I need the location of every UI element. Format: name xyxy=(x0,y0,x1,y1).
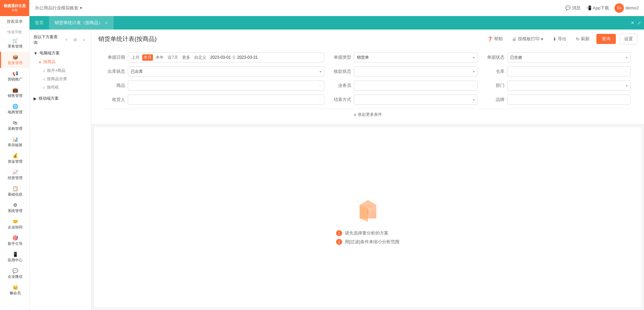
marketing-icon: 📢 xyxy=(12,71,18,76)
sidebar-item-corp[interactable]: 🤝 企业协同 xyxy=(0,216,29,232)
payment-field: 结算方式 ▾ xyxy=(331,95,477,105)
tab-report-close-icon[interactable]: ✕ xyxy=(105,21,108,25)
user-name-label: demo2 xyxy=(625,5,639,10)
export-button[interactable]: ⬇ 导出 xyxy=(550,35,569,43)
svg-text:!: ! xyxy=(367,209,369,215)
message-button[interactable]: 💬 消息 xyxy=(565,5,581,11)
message-icon: 💬 xyxy=(565,5,571,10)
status-control[interactable]: 已生效 ▾ xyxy=(507,52,631,62)
scheme-by-product[interactable]: ● 按商品 xyxy=(30,57,91,66)
date-label: 单据日期 xyxy=(105,54,125,60)
page-title-row: 销货单统计表(按商品) ❓ 帮助 🖨 按模板打印 ▾ ⬇ xyxy=(98,34,637,44)
sidebar-item-member[interactable]: 👑 畅会员 xyxy=(0,282,29,298)
date-to-value: 2023-03-31 xyxy=(237,55,258,60)
date-separator: 至 xyxy=(232,55,236,60)
mobile-scheme-header[interactable]: ▶ 移动端方案 xyxy=(30,94,91,103)
print-arrow-icon: ▾ xyxy=(541,37,543,42)
settings-scheme-button[interactable]: ⚙ xyxy=(72,37,78,43)
date-tab-7days[interactable]: 近7天 xyxy=(166,54,179,61)
desktop-scheme-arrow-icon: ▼ xyxy=(34,51,38,56)
product-control[interactable]: ··· xyxy=(128,81,324,91)
tab-close-button[interactable]: ✕ xyxy=(631,20,635,25)
sidebar-item-appstore[interactable]: 📱 应用中心 xyxy=(0,249,29,265)
search-menu-label[interactable]: 搜索菜单 xyxy=(2,19,27,24)
out-status-label: 出库状态 xyxy=(105,68,125,74)
dept-control[interactable]: ▾ xyxy=(507,81,631,91)
svg-point-4 xyxy=(357,201,359,202)
tab-report[interactable]: 销货单统计表（按商品） ✕ xyxy=(49,16,113,30)
date-field: 单据日期 上月 本月 本年 近7天 更多 自定义 20 xyxy=(105,52,324,62)
payment-label: 结算方式 xyxy=(331,97,351,103)
date-range-control[interactable]: 上月 本月 本年 近7天 更多 自定义 2023-03-01 至 2023-03… xyxy=(128,52,324,62)
date-tab-custom[interactable]: 自定义 xyxy=(193,54,208,61)
warehouse-dots-icon: ··· xyxy=(625,70,628,73)
user-profile[interactable]: Ea demo2 xyxy=(614,3,639,13)
sidebar-item-weixin[interactable]: 💬 企业微信 xyxy=(0,265,29,282)
industry-select[interactable]: 办公用品行业模拟账套 ▾ xyxy=(35,5,82,11)
date-tab-lastmonth[interactable]: 上月 xyxy=(130,54,141,61)
out-status-control[interactable]: 已出库 ▾ xyxy=(128,66,324,76)
empty-tip-1: 1 请先选择要分析的方案 xyxy=(336,230,399,236)
print-button[interactable]: 🖨 按模板打印 ▾ xyxy=(509,35,546,43)
sidebar-item-wholesale[interactable]: 📦 批发管理 xyxy=(0,52,29,68)
page-actions: ❓ 帮助 🖨 按模板打印 ▾ ⬇ 导出 ↻ xyxy=(485,34,637,44)
scheme-by-month-product[interactable]: ≡ 按月+商品 xyxy=(30,66,91,75)
recv-status-control[interactable]: ▾ xyxy=(354,66,477,76)
mobile-scheme-arrow-icon: ▶ xyxy=(34,96,37,101)
brand-field: 品牌 ··· xyxy=(484,95,631,105)
tab-expand-button[interactable]: ⤢ xyxy=(637,20,641,25)
date-tab-more[interactable]: 更多 xyxy=(181,54,192,61)
message-label: 消息 xyxy=(572,5,581,11)
sidebar-item-system[interactable]: ⚙ 系统管理 xyxy=(0,200,29,216)
collapse-chevron-icon: ∧ xyxy=(354,112,357,117)
sidebar-item-operation[interactable]: 📈 经营管理 xyxy=(0,167,29,183)
avatar: Ea xyxy=(614,3,624,13)
out-status-arrow-icon: ▾ xyxy=(320,70,321,73)
scheme-by-driver[interactable]: ≡ 按司机 xyxy=(30,83,91,92)
sidebar-item-purchase[interactable]: 🛍 采购管理 xyxy=(0,117,29,134)
tab-home[interactable]: 首页 xyxy=(30,16,49,30)
logo-area[interactable]: 畅捷通好生意 标版 xyxy=(0,0,29,16)
sidebar-item-finance[interactable]: 💰 资金管理 xyxy=(0,150,29,167)
quick-nav-label[interactable]: 快捷导航 xyxy=(0,28,29,35)
sidebar-item-marketing-label: 营销推广 xyxy=(8,77,22,82)
collapse-more-button[interactable]: ∧ 收起更多条件 xyxy=(105,109,631,120)
desktop-scheme-label: 电脑端方案 xyxy=(40,50,60,56)
desktop-scheme-section: ▼ 电脑端方案 ● 按商品 ≡ 按月+商品 ≡ 按商品分类 ≡ 按司机 xyxy=(30,48,91,93)
app-download-button[interactable]: 📲 App下载 xyxy=(586,5,609,11)
tip-num-2: 2 xyxy=(336,239,342,245)
add-scheme-button[interactable]: + xyxy=(63,37,70,43)
sidebar-item-retail[interactable]: 🛒 零售管理 xyxy=(0,35,29,52)
warehouse-field: 仓库 ··· xyxy=(484,66,631,76)
scheme-by-category[interactable]: ≡ 按商品分类 xyxy=(30,75,91,83)
sidebar-item-newbie-label: 新手引导 xyxy=(8,241,22,246)
help-button[interactable]: ❓ 帮助 xyxy=(485,35,505,43)
recv-status-field: 收款状态 ▾ xyxy=(331,66,477,76)
sidebar-item-inventory[interactable]: 📊 库存核算 xyxy=(0,134,29,150)
collapse-panel-button[interactable]: « xyxy=(80,37,87,43)
payment-control[interactable]: ▾ xyxy=(354,95,477,105)
sidebar-item-ecom[interactable]: 🌐 电商管理 xyxy=(0,101,29,117)
type-control[interactable]: 销货单 ▾ xyxy=(354,52,477,62)
refresh-icon: ↻ xyxy=(576,37,580,42)
refresh-button[interactable]: ↻ 刷新 xyxy=(573,35,592,43)
settings-button[interactable]: 设置 xyxy=(620,34,637,44)
query-button[interactable]: 查询 xyxy=(596,34,616,44)
sales-rep-control[interactable]: ··· xyxy=(354,81,477,91)
print-label: 按模板打印 xyxy=(518,36,540,42)
page-header: 销货单统计表(按商品) ❓ 帮助 🖨 按模板打印 ▾ ⬇ xyxy=(92,30,644,124)
receiver-control[interactable]: ··· xyxy=(128,95,324,105)
brand-control[interactable]: ··· xyxy=(507,95,631,105)
sidebar-item-sales[interactable]: 💼 销售管理 xyxy=(0,85,29,101)
sales-rep-field: 业务员 ··· xyxy=(331,81,477,91)
date-tab-thismonth[interactable]: 本月 xyxy=(142,54,153,61)
tip-text-1: 请先选择要分析的方案 xyxy=(345,230,388,236)
sidebar-item-corp-label: 企业协同 xyxy=(8,225,22,230)
warehouse-control[interactable]: ··· xyxy=(507,66,631,76)
sidebar-item-basic[interactable]: 📋 基础信息 xyxy=(0,183,29,200)
desktop-scheme-header[interactable]: ▼ 电脑端方案 xyxy=(30,49,91,57)
date-tab-thisyear[interactable]: 本年 xyxy=(154,54,165,61)
sidebar-item-purchase-label: 采购管理 xyxy=(8,126,22,131)
sidebar-item-marketing[interactable]: 📢 营销推广 xyxy=(0,68,29,85)
sidebar-item-newbie[interactable]: 🎯 新手引导 xyxy=(0,232,29,249)
